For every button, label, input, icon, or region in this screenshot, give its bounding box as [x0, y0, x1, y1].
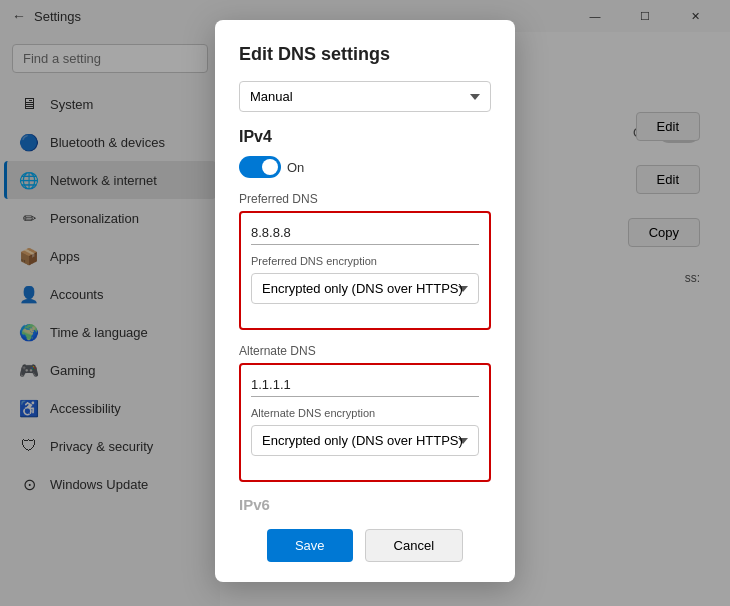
preferred-dns-input[interactable]	[251, 221, 479, 245]
ipv6-section-title: IPv6	[239, 496, 491, 513]
alternate-encryption-label: Alternate DNS encryption	[251, 407, 479, 419]
modal-overlay: Edit DNS settings Manual Automatic IPv4 …	[0, 0, 730, 606]
alternate-dns-label: Alternate DNS	[239, 344, 491, 358]
cancel-button[interactable]: Cancel	[365, 529, 463, 562]
ipv4-toggle[interactable]	[239, 156, 281, 178]
save-button[interactable]: Save	[267, 529, 353, 562]
ipv4-toggle-row: On	[239, 156, 491, 178]
dns-dialog: Edit DNS settings Manual Automatic IPv4 …	[215, 20, 515, 582]
ipv4-toggle-label: On	[287, 160, 304, 175]
preferred-dns-box: Preferred DNS encryption Encrypted only …	[239, 211, 491, 330]
alternate-dns-box: Alternate DNS encryption Encrypted only …	[239, 363, 491, 482]
dialog-title: Edit DNS settings	[239, 44, 491, 65]
alternate-dns-input[interactable]	[251, 373, 479, 397]
preferred-encryption-select[interactable]: Encrypted only (DNS over HTTPS) Encrypte…	[251, 273, 479, 304]
preferred-encryption-label: Preferred DNS encryption	[251, 255, 479, 267]
ipv4-section-title: IPv4	[239, 128, 491, 146]
dialog-footer: Save Cancel	[239, 529, 491, 562]
preferred-dns-label: Preferred DNS	[239, 192, 491, 206]
alternate-encryption-select[interactable]: Encrypted only (DNS over HTTPS) Encrypte…	[251, 425, 479, 456]
dns-mode-select[interactable]: Manual Automatic	[239, 81, 491, 112]
